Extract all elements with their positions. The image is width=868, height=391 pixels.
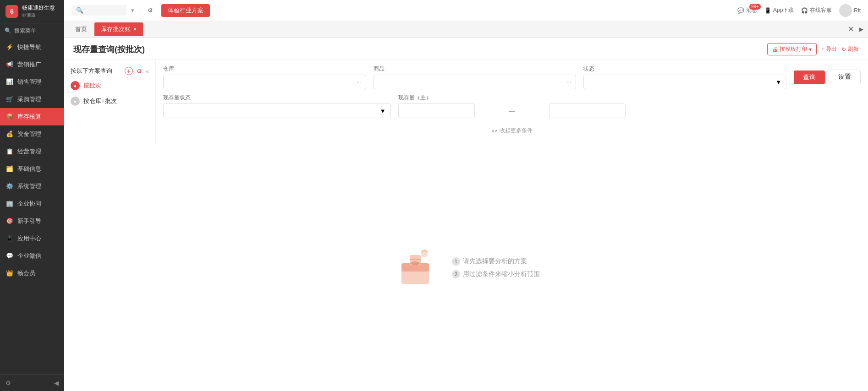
- filter-sidebar-header: 按以下方案查询 + ⚙ «: [64, 64, 155, 78]
- tip-num-2: 2: [452, 270, 460, 278]
- sidebar-header: 6 畅康通好生意 标准版: [0, 0, 64, 23]
- main-area: 🔍 ▾ ⚙ 体验行业方案 💬 消息 99+ 📱 App下载 🎧 在线客服 Rit: [64, 0, 868, 391]
- nav-label-purchase: 采购管理: [17, 95, 41, 103]
- scheme-list: ● 按批次 ● 按仓库+批次: [64, 78, 155, 109]
- headset-icon: 🎧: [801, 7, 808, 14]
- status-label: 状态: [583, 65, 786, 73]
- search-icon: 🔍: [5, 27, 11, 34]
- topbar-search-icon: 🔍: [76, 7, 83, 14]
- experience-btn[interactable]: 体验行业方案: [161, 4, 210, 17]
- page-header: 现存量查询(按批次) 🖨 按模板打印 ▾ ↑ 导出 ↻ 刷新: [64, 38, 868, 60]
- sidebar-item-quick-nav[interactable]: ⚡快捷导航: [0, 38, 64, 56]
- filter-row-2: 现存量状态 ▼ 现存量（主） —: [163, 94, 861, 118]
- system-icon: ⚙️: [5, 182, 14, 190]
- topbar-search[interactable]: 🔍: [71, 5, 126, 16]
- sidebar-nav: ⚡快捷导航📢营销推广📊销售管理🛒采购管理📦库存核算💰资金管理📋经营管理🗂️基础信…: [0, 38, 64, 375]
- sidebar-item-finance[interactable]: 💰资金管理: [0, 125, 64, 143]
- stock-qty-min-input[interactable]: [398, 103, 475, 118]
- collapse-filter-icon[interactable]: «: [146, 68, 149, 75]
- topbar-dropdown-arrow[interactable]: ▾: [131, 7, 134, 14]
- nav-label-wechat: 企业微信: [17, 252, 41, 260]
- sidebar-item-marketing[interactable]: 📢营销推广: [0, 56, 64, 73]
- tab-close-btn[interactable]: ×: [133, 26, 137, 33]
- warehouse-input[interactable]: ···: [163, 75, 366, 89]
- template-print-btn[interactable]: 🖨 按模板打印 ▾: [767, 43, 817, 55]
- export-icon: ↑: [821, 46, 824, 53]
- settings-footer-icon[interactable]: ⚙: [5, 380, 11, 386]
- sidebar-footer: ⚙ ◀: [0, 375, 64, 391]
- stock-status-select[interactable]: ▼: [163, 103, 391, 118]
- newuser-icon: 🎯: [5, 217, 14, 225]
- add-scheme-btn[interactable]: +: [125, 67, 133, 75]
- sales-icon: 📊: [5, 78, 14, 86]
- collapse-sidebar-icon[interactable]: ◀: [54, 380, 59, 386]
- tabs-right: ✕ ▶: [844, 25, 863, 33]
- nav-label-newuser: 新手引导: [17, 217, 41, 225]
- query-btn[interactable]: 查询: [794, 71, 825, 84]
- collapse-more-btn[interactable]: ∧∧ 收起更多条件: [163, 123, 861, 138]
- operation-icon: 📋: [5, 147, 14, 156]
- sidebar-item-inventory[interactable]: 📦库存核算: [0, 108, 64, 125]
- app-download-icon: 📱: [764, 7, 771, 14]
- nav-label-member: 畅会员: [17, 269, 35, 277]
- filter-sidebar-title: 按以下方案查询: [71, 67, 112, 75]
- refresh-btn[interactable]: ↻ 刷新: [841, 45, 859, 53]
- finance-icon: 💰: [5, 130, 14, 138]
- empty-tip-2: 2 用过滤条件来缩小分析范围: [452, 270, 540, 278]
- sidebar-item-enterprise[interactable]: 🏢企业协同: [0, 195, 64, 212]
- topbar: 🔍 ▾ ⚙ 体验行业方案 💬 消息 99+ 📱 App下载 🎧 在线客服 Rit: [64, 0, 868, 21]
- filter-form: 仓库 ··· 商品 ··· 状态: [156, 60, 868, 144]
- stock-qty-field: 现存量（主） —: [398, 94, 626, 118]
- app-download-btn[interactable]: 📱 App下载: [764, 6, 794, 14]
- tab-home-label: 首页: [75, 25, 87, 33]
- sidebar-item-appstore[interactable]: 📱应用中心: [0, 230, 64, 247]
- nav-label-appstore: 应用中心: [17, 234, 41, 243]
- topbar-gear-icon[interactable]: ⚙: [144, 4, 157, 17]
- tab-inventory-batch-label: 库存批次账: [101, 25, 131, 33]
- sidebar-subtitle: 标准版: [22, 12, 55, 18]
- sidebar-item-system[interactable]: ⚙️系统管理: [0, 178, 64, 195]
- empty-illustration: [392, 245, 438, 291]
- product-label: 商品: [374, 65, 577, 73]
- sidebar-item-newuser[interactable]: 🎯新手引导: [0, 212, 64, 230]
- user-avatar[interactable]: Rit: [839, 4, 861, 17]
- page-content: 现存量查询(按批次) 🖨 按模板打印 ▾ ↑ 导出 ↻ 刷新: [64, 38, 868, 391]
- status-field: 状态 ▼: [583, 65, 786, 89]
- filter-scheme-0[interactable]: ● 按批次: [64, 78, 155, 93]
- warehouse-label: 仓库: [163, 65, 366, 73]
- stock-qty-max-input[interactable]: [549, 103, 626, 118]
- sidebar-item-operation[interactable]: 📋经营管理: [0, 143, 64, 160]
- sidebar-item-sales[interactable]: 📊销售管理: [0, 73, 64, 91]
- filter-area: 按以下方案查询 + ⚙ « ● 按批次 ● 按仓库+批次: [64, 60, 868, 144]
- empty-svg: [392, 245, 438, 291]
- sidebar-item-wechat[interactable]: 💬企业微信: [0, 247, 64, 265]
- filter-row-1: 仓库 ··· 商品 ··· 状态: [163, 65, 861, 89]
- user-label: Rit: [854, 7, 861, 14]
- scheme-settings-icon[interactable]: ⚙: [137, 68, 142, 75]
- refresh-icon: ↻: [841, 46, 846, 53]
- sidebar-search[interactable]: 🔍 搜索菜单: [0, 23, 64, 38]
- stock-status-field: 现存量状态 ▼: [163, 94, 391, 118]
- message-icon: 💬: [737, 7, 744, 14]
- stock-qty-label: 现存量（主）: [398, 94, 626, 102]
- tab-inventory-batch[interactable]: 库存批次账 ×: [94, 22, 143, 36]
- settings-btn[interactable]: 设置: [829, 70, 861, 84]
- export-btn[interactable]: ↑ 导出: [821, 45, 837, 53]
- sidebar-item-purchase[interactable]: 🛒采购管理: [0, 91, 64, 108]
- nav-label-system: 系统管理: [17, 182, 41, 190]
- basic-icon: 🗂️: [5, 165, 14, 173]
- status-select[interactable]: ▼: [583, 75, 786, 89]
- sidebar-item-basic[interactable]: 🗂️基础信息: [0, 160, 64, 178]
- tab-home[interactable]: 首页: [69, 22, 93, 36]
- filter-scheme-1[interactable]: ● 按仓库+批次: [64, 93, 155, 109]
- product-dots: ···: [566, 79, 571, 85]
- tab-right-arrow-icon[interactable]: ▶: [859, 26, 863, 33]
- tab-panel-close-btn[interactable]: ✕: [844, 25, 857, 33]
- status-dropdown-icon: ▼: [775, 79, 781, 86]
- product-input[interactable]: ···: [374, 75, 577, 89]
- sidebar-item-member[interactable]: 👑畅会员: [0, 265, 64, 282]
- online-service-btn[interactable]: 🎧 在线客服: [801, 6, 832, 14]
- sidebar-title: 畅康通好生意: [22, 5, 55, 12]
- marketing-icon: 📢: [5, 60, 14, 69]
- messages-btn[interactable]: 💬 消息 99+: [737, 6, 757, 14]
